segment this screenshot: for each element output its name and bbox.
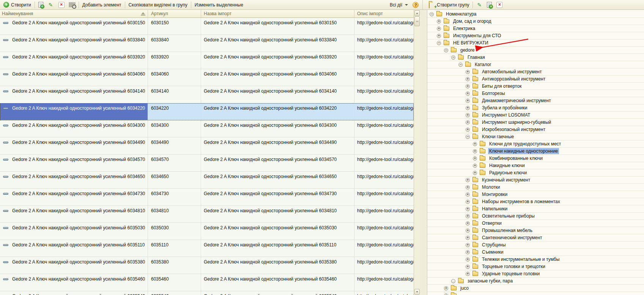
expander-icon[interactable]: + — [444, 286, 448, 290]
create-group-button[interactable]: + Створити групу — [427, 2, 471, 8]
scroll-up-button[interactable]: ▲ — [414, 10, 420, 16]
table-row[interactable]: Gedore 2 A Ключ накидной односторонний у… — [0, 172, 414, 189]
tree-item[interactable]: + Биты для отверток — [427, 83, 644, 90]
copy-selected-to-group-button[interactable]: Скопіювати виділені в групу — [126, 2, 190, 8]
tree-item[interactable]: + Инструмент LOSOMAT — [427, 112, 644, 119]
table-row[interactable]: Gedore 2 A Ключ накидной односторонний у… — [0, 18, 414, 35]
item-sku[interactable]: 6034570 — [148, 155, 201, 171]
item-sku[interactable]: 6035460 — [148, 274, 201, 291]
item-sku[interactable]: 6034490 — [148, 137, 201, 154]
item-sku[interactable]: 6034060 — [148, 69, 201, 86]
expander-icon[interactable]: + — [466, 84, 470, 88]
tree-item[interactable]: − Ключи гаечные — [427, 133, 644, 140]
item-import-desc[interactable]: http://gedore-tool.ru/catalog/d... — [354, 291, 414, 295]
expander-icon[interactable]: + — [473, 164, 477, 168]
item-import-name[interactable]: Gedore 2 A Ключ накидной односторонний у… — [201, 223, 354, 240]
item-import-desc[interactable]: http://gedore-tool.ru/catalog/d... — [354, 189, 414, 205]
add-element-button[interactable]: Добавить элемент — [80, 2, 124, 8]
delete-group-button[interactable]: × — [494, 1, 505, 9]
tree-item[interactable]: + Радиусные ключи — [427, 169, 644, 177]
expander-icon[interactable]: + — [466, 128, 470, 132]
item-import-desc[interactable]: http://gedore-tool.ru/catalog/d... — [354, 240, 414, 257]
tree-item[interactable]: + Сантехнический инструмент — [427, 234, 644, 241]
expander-icon[interactable]: − — [444, 48, 448, 52]
tree-item[interactable]: + Съемники — [427, 249, 644, 256]
item-sku[interactable]: 6034300 — [148, 120, 201, 137]
item-import-desc[interactable]: http://gedore-tool.ru/catalog/d... — [354, 69, 414, 86]
edit-group-button[interactable]: ✎ — [474, 1, 485, 9]
expander-icon[interactable]: + — [473, 171, 477, 175]
delete-item-button[interactable]: × — [56, 1, 67, 9]
expander-icon[interactable]: + — [437, 27, 441, 31]
table-scrollbar[interactable]: ▲ ▼ — [414, 10, 420, 295]
item-import-name[interactable]: Gedore 2 A Ключ накидной односторонний у… — [201, 291, 354, 295]
item-import-desc[interactable]: http://gedore-tool.ru/catalog/d... — [354, 172, 414, 188]
tree-item[interactable]: + Искробезопасный инструмент — [427, 126, 644, 133]
item-import-name[interactable]: Gedore 2 A Ключ накидной односторонний у… — [201, 189, 354, 205]
expander-icon[interactable]: − — [437, 41, 441, 45]
table-row[interactable]: Gedore 2 A Ключ накидной односторонний у… — [0, 86, 414, 103]
item-import-name[interactable]: Gedore 2 A Ключ накидной односторонний у… — [201, 52, 354, 69]
tree-item[interactable]: + Наборы инструментов в ложементах — [427, 198, 644, 205]
cell-name[interactable]: Gedore 2 A Ключ накидной односторонний у… — [0, 52, 148, 69]
table-row[interactable]: Gedore 2 A Ключ накидной односторонний у… — [0, 257, 414, 274]
cell-name[interactable]: Gedore 2 A Ключ накидной односторонний у… — [0, 137, 148, 154]
expander-icon[interactable]: + — [466, 236, 470, 240]
tree-item[interactable]: + Зубила и пробойники — [427, 104, 644, 112]
item-import-name[interactable]: Gedore 2 A Ключ накидной односторонний у… — [201, 86, 354, 103]
cell-name[interactable]: Gedore 2 A Ключ накидной односторонний у… — [0, 172, 148, 188]
item-import-name[interactable]: Gedore 2 A Ключ накидной односторонний у… — [201, 137, 354, 154]
tree-item[interactable]: + Инструменты для СТО — [427, 32, 644, 39]
tree-item[interactable]: + Торцевые головки и трещотки — [427, 263, 644, 270]
table-row[interactable]: Gedore 2 A Ключ накидной односторонний у… — [0, 137, 414, 155]
item-sku[interactable]: 6034730 — [148, 189, 201, 205]
item-sku[interactable]: 6035110 — [148, 240, 201, 257]
item-import-desc[interactable]: http://gedore-tool.ru/catalog/d... — [354, 35, 414, 52]
item-sku[interactable]: 6033840 — [148, 35, 201, 52]
expander-icon[interactable]: + — [444, 293, 448, 295]
expander-icon[interactable]: + — [466, 106, 470, 110]
tree-item[interactable]: + Кузнечный инструмент — [427, 177, 644, 184]
tree-item[interactable]: + Ключи для труднодоступных мест — [427, 140, 644, 148]
tree-item[interactable]: − Главная — [427, 54, 644, 61]
expander-icon[interactable]: + — [466, 214, 470, 218]
item-import-desc[interactable]: http://gedore-tool.ru/catalog/d... — [354, 257, 414, 274]
scrollbar-thumb[interactable] — [414, 16, 420, 26]
item-import-name[interactable]: Gedore 2 A Ключ накидной односторонний у… — [201, 155, 354, 171]
expander-icon[interactable]: + — [466, 178, 470, 182]
item-import-name[interactable]: Gedore 2 A Ключ накидной односторонний у… — [201, 206, 354, 222]
tree-item[interactable]: + Молотки — [427, 184, 644, 191]
table-row[interactable]: Gedore 2 A Ключ накидной односторонний у… — [0, 206, 414, 223]
cell-name[interactable]: Gedore 2 A Ключ накидной односторонний у… — [0, 86, 148, 103]
expander-icon[interactable]: + — [466, 257, 470, 262]
expander-icon[interactable]: + — [466, 200, 470, 204]
item-import-desc[interactable]: http://gedore-tool.ru/catalog/d... — [354, 274, 414, 291]
tree-item[interactable]: + Напильники — [427, 205, 644, 213]
tree-item[interactable]: запасные губки, пара — [427, 278, 644, 285]
table-row[interactable]: Gedore 2 A Ключ накидной односторонний у… — [0, 274, 414, 291]
edit-item-button[interactable]: ✎ — [46, 1, 56, 9]
tree-item[interactable]: + Автомобильный инструмент — [427, 68, 644, 76]
cell-name[interactable]: Gedore 2 A Ключ накидной односторонний у… — [0, 206, 148, 222]
expander-icon[interactable]: + — [466, 77, 470, 81]
scroll-down-button[interactable]: ▼ — [414, 289, 420, 295]
expander-icon[interactable]: + — [466, 221, 470, 226]
expander-icon[interactable]: + — [466, 91, 470, 96]
item-sku[interactable]: 6034810 — [148, 206, 201, 222]
tree-item[interactable]: + Дом, сад и огород — [427, 18, 644, 25]
table-row[interactable]: Gedore 2 A Ключ накидной односторонний у… — [0, 69, 414, 86]
item-import-desc[interactable]: http://gedore-tool.ru/catalog/d... — [354, 103, 414, 120]
table-row[interactable]: Gedore 2 A Ключ накидной односторонний у… — [0, 120, 414, 137]
table-row[interactable]: Gedore 2 A Ключ накидной односторонний у… — [0, 35, 414, 52]
tree-item[interactable]: + Комбинированные ключи — [427, 155, 644, 162]
item-sku[interactable]: 6035380 — [148, 257, 201, 274]
cell-name[interactable]: Gedore 2 A Ключ накидной односторонний у… — [0, 291, 148, 295]
table-row[interactable]: Gedore 2 A Ключ накидной односторонний у… — [0, 291, 414, 295]
tree-item[interactable]: + Антикоррозийный инструмент — [427, 76, 644, 83]
table-row[interactable]: Gedore 2 A Ключ накидной односторонний у… — [0, 52, 414, 69]
tree-item[interactable]: + Ударные торцевые головки — [427, 270, 644, 278]
item-import-name[interactable]: Gedore 2 A Ключ накидной односторонний у… — [201, 35, 354, 52]
expander-icon[interactable]: + — [473, 142, 477, 146]
copy-group-button[interactable] — [485, 1, 494, 8]
item-sku[interactable]: 6034140 — [148, 86, 201, 103]
